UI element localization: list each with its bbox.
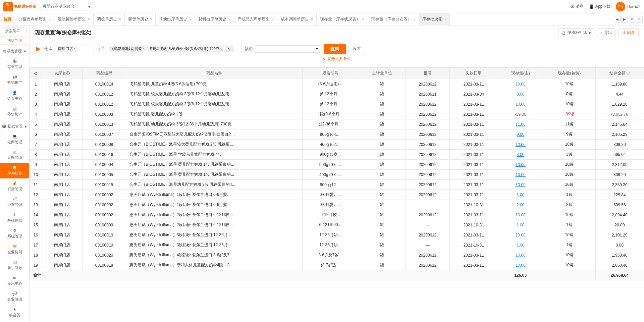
sidebar-item-retail-mgmt[interactable]: ▤ 零售管理 ▼ <box>0 46 29 56</box>
row-name: 合生元(BIOSTIME)派星较大婴儿配方奶粉 2段 乳铁蛋白的... <box>126 129 303 140</box>
close-icon[interactable]: × <box>189 17 191 21</box>
sidebar-label-retail: 零售管理 <box>7 49 22 54</box>
row-qty-main[interactable]: 10.00 <box>498 140 543 150</box>
sidebar-item-ops[interactable]: 📈 经营管理 <box>0 194 29 210</box>
row-qty-main[interactable]: 10.00 <box>498 99 543 109</box>
row-qty-main[interactable]: 10.00 <box>498 210 543 220</box>
export-icon: ↑ <box>601 31 603 35</box>
warehouse-tag-remove[interactable]: × <box>73 47 75 51</box>
row-warehouse: 南岸门店 <box>42 230 83 240</box>
top-bar: 好生 畅捷通好生意 母婴行业演示账套 ▾ ✉ 消息 📱 App下载 Ea dem… <box>0 0 644 13</box>
tab-10[interactable]: 现存量（库存分布表） × <box>368 13 419 25</box>
warehouse-filter: 仓库 南岸门店 × ··· <box>44 45 94 53</box>
refresh-btn[interactable]: ↺ 刷新 <box>619 28 639 37</box>
sidebar-item-purchase[interactable]: 🛒 采购管理 <box>0 147 29 163</box>
sidebar-item-app-center[interactable]: ⊞ 应用中心 <box>0 273 29 289</box>
nav-menu-btn[interactable]: ≡ <box>636 16 643 23</box>
expand-more-btn[interactable]: ∨ 展开更多条件 <box>35 54 639 64</box>
tab-1[interactable]: 分量盘点单历史 × <box>15 13 54 25</box>
row-qty-main[interactable]: 1.00 <box>498 240 543 250</box>
search-menu-input[interactable] <box>3 28 26 34</box>
sidebar-item-wholesale[interactable]: 📦 批发管理 ▼ <box>0 121 29 131</box>
close-icon[interactable]: × <box>228 17 230 21</box>
sidebar-item-member[interactable]: 👤 会员中心 <box>0 88 29 104</box>
sidebar-label-system: 系统管理 <box>7 234 22 239</box>
sidebar-item-marketing[interactable]: 📢 营销推广 <box>0 72 29 88</box>
tab-11[interactable]: 库存批次账 × <box>419 13 450 25</box>
org-selector[interactable]: 母婴行业演示账套 ▾ <box>40 3 93 10</box>
row-qty-main[interactable]: 10.00 <box>498 160 543 170</box>
close-icon[interactable]: × <box>444 17 446 21</box>
app-download-btn[interactable]: 📱 App下载 <box>589 4 610 9</box>
table-row: 17 南岸门店 00100019 惠氏启赋（Wyeth illuma）3段奶粉 … <box>30 240 644 250</box>
page-header: 现存量查询(按仓库+批次) 🖨 按模板打印 ▾ ↑ 导出 ↺ 刷新 <box>30 25 644 40</box>
color-input[interactable]: ▾ <box>254 45 321 53</box>
nav-prev-btn[interactable]: ◀ <box>614 16 621 23</box>
product-tag-2-remove[interactable]: × <box>220 47 222 51</box>
sidebar-item-system[interactable]: ⚙ 系统管理 <box>0 226 29 241</box>
tab-5[interactable]: 其他出库单历史 × <box>156 13 195 25</box>
row-unit: 罐 <box>358 79 406 89</box>
close-icon[interactable]: × <box>311 17 313 21</box>
close-icon[interactable]: × <box>119 17 121 21</box>
close-icon[interactable]: × <box>272 17 274 21</box>
sidebar-item-retail-mall[interactable]: 🏪 零售商城 <box>0 56 29 72</box>
sidebar-item-finance[interactable]: 💰 资金管理 <box>0 178 29 194</box>
inventory-icon: 🗄 <box>13 166 16 170</box>
sidebar-item-retail-stats[interactable]: 📊 零售统计 <box>0 104 29 119</box>
col-header-setting[interactable]: ⚙ <box>30 68 42 79</box>
row-qty-main[interactable]: 10.00 <box>498 260 543 270</box>
template-print-btn[interactable]: 🖨 按模板打印 ▾ <box>558 28 594 37</box>
close-icon[interactable]: × <box>49 17 51 21</box>
tab-4[interactable]: 要货单历史 × <box>125 13 156 25</box>
row-qty-main[interactable]: 0.00 <box>498 89 543 99</box>
tab-home[interactable]: 首页 <box>0 13 15 25</box>
sidebar-item-inventory[interactable]: 🗄 库存核算 <box>0 163 29 178</box>
row-qty-main[interactable]: 11.00 <box>498 119 543 129</box>
export-btn[interactable]: ↑ 导出 <box>597 28 616 37</box>
sidebar-item-wechat[interactable]: 💬 企业微信 <box>0 289 29 305</box>
row-qty-main[interactable]: 10.00 <box>498 250 543 260</box>
product-tag-1-remove[interactable]: × <box>143 47 145 51</box>
sidebar-item-vip[interactable]: ★ 畅会员 <box>0 305 29 320</box>
tab-3[interactable]: 调拨单历史 × <box>94 13 125 25</box>
sidebar-item-collab[interactable]: 🤝 企业协同 <box>0 241 29 257</box>
info-icon[interactable]: ⓘ <box>627 71 630 75</box>
row-qty-main[interactable]: 2.00 <box>498 200 543 210</box>
nav-next-btn[interactable]: ▶ <box>621 16 628 23</box>
expand-orange-btn[interactable]: ▶ <box>35 44 42 53</box>
filter-dots[interactable]: ··· <box>78 47 82 51</box>
row-qty-main[interactable]: 1.00 <box>498 190 543 200</box>
row-qty-main[interactable]: 10.00 <box>498 79 543 89</box>
tab-6[interactable]: 材料出库单历史 × <box>195 13 234 25</box>
message-btn[interactable]: ✉ 消息 <box>571 4 584 9</box>
row-qty-main[interactable]: 3.00 <box>498 150 543 160</box>
product-input[interactable]: 飞鹤奶粉3段两提装 × 飞鹤星飞帆 儿童奶粉 4段(3-6岁适用) 700克 ×… <box>106 45 242 53</box>
row-qty-main[interactable]: 10.00 <box>498 180 543 190</box>
quick-nav[interactable]: 快捷导航 <box>0 37 29 45</box>
warehouse-input[interactable]: 南岸门店 × ··· <box>54 45 94 53</box>
footer-qty-total: 126.00 <box>498 270 543 280</box>
filter-dots-2[interactable]: ··· <box>235 47 239 51</box>
row-spec: (6-12个月... <box>302 99 358 109</box>
tab-7[interactable]: 产成品入库单历史 × <box>234 13 277 25</box>
row-qty-main[interactable]: 9.00 <box>498 129 543 140</box>
row-code: 00100002 <box>82 210 126 220</box>
sidebar-item-guide[interactable]: 📖 新手引导 <box>0 257 29 273</box>
sidebar-item-ecommerce[interactable]: 💻 电商管理 <box>0 131 29 147</box>
row-qty-main[interactable]: 10.00 <box>498 230 543 240</box>
nav-close-btn[interactable]: × <box>629 16 635 23</box>
row-qty-main[interactable]: 1.00 <box>498 220 543 230</box>
close-icon[interactable]: × <box>88 17 90 21</box>
tab-9[interactable]: 现存量（库存状况表） × <box>317 13 368 25</box>
close-icon[interactable]: × <box>150 17 152 21</box>
tab-2[interactable]: 组装拆卸单历史 × <box>54 13 94 25</box>
tab-8[interactable]: 成本调整单历史 × <box>277 13 317 25</box>
close-icon[interactable]: × <box>414 17 416 21</box>
close-icon[interactable]: × <box>362 17 364 21</box>
sidebar-item-basic[interactable]: ℹ 基础信息 <box>0 210 29 226</box>
query-btn[interactable]: 查询 <box>324 44 346 54</box>
sidebar-label-basic: 基础信息 <box>7 218 22 223</box>
row-qty-main[interactable]: 10.00 <box>498 170 543 180</box>
settings-btn[interactable]: 设置 <box>348 44 365 54</box>
